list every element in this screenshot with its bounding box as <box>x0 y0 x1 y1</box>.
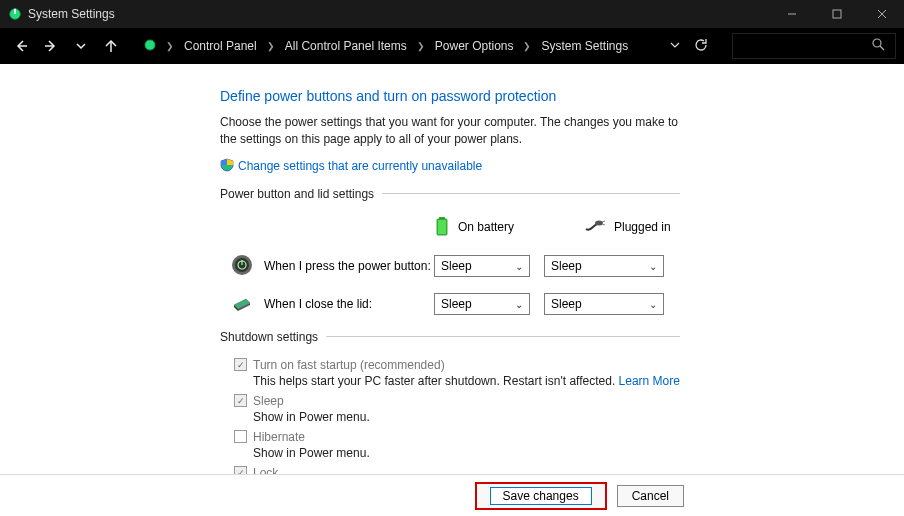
chevron-right-icon: ❯ <box>263 41 279 51</box>
breadcrumb-item[interactable]: All Control Panel Items <box>283 37 409 55</box>
lock-option: ✓Lock Show in account picture menu. <box>234 466 904 474</box>
app-icon <box>8 7 22 21</box>
plugged-in-label: Plugged in <box>614 220 671 234</box>
laptop-icon <box>230 293 254 316</box>
search-icon <box>872 38 885 54</box>
content-pane: Define power buttons and turn on passwor… <box>0 64 904 474</box>
svg-point-10 <box>873 39 881 47</box>
battery-icon <box>434 215 450 240</box>
cancel-button[interactable]: Cancel <box>617 485 684 507</box>
navbar: ❯ Control Panel ❯ All Control Panel Item… <box>0 28 904 64</box>
hibernate-desc: Show in Power menu. <box>234 446 904 460</box>
power-button-label: When I press the power button: <box>264 259 434 273</box>
shield-icon <box>220 158 234 175</box>
section-power-button-lid: Power button and lid settings <box>220 187 680 201</box>
save-changes-button[interactable]: Save changes <box>475 482 607 510</box>
close-lid-plugged-select[interactable]: Sleep⌄ <box>544 293 664 315</box>
breadcrumb-item[interactable]: Power Options <box>433 37 516 55</box>
power-button-battery-select[interactable]: Sleep⌄ <box>434 255 530 277</box>
fast-startup-desc: This helps start your PC faster after sh… <box>234 374 904 388</box>
hibernate-option: Hibernate Show in Power menu. <box>234 430 904 460</box>
chevron-right-icon: ❯ <box>519 41 535 51</box>
svg-line-11 <box>880 46 884 50</box>
close-lid-label: When I close the lid: <box>264 297 434 311</box>
learn-more-link[interactable]: Learn More <box>619 374 680 388</box>
power-icon <box>231 254 253 279</box>
fast-startup-option: ✓Turn on fast startup (recommended) This… <box>234 358 904 388</box>
chevron-down-icon: ⌄ <box>649 299 657 310</box>
close-button[interactable] <box>859 0 904 28</box>
chevron-down-icon: ⌄ <box>515 261 523 272</box>
page-title: Define power buttons and turn on passwor… <box>220 88 904 104</box>
power-button-plugged-select[interactable]: Sleep⌄ <box>544 255 664 277</box>
lock-checkbox[interactable]: ✓ <box>234 466 247 474</box>
column-headers: On battery Plugged in <box>220 215 904 240</box>
chevron-down-icon[interactable] <box>670 39 680 53</box>
page-description: Choose the power settings that you want … <box>220 114 680 148</box>
footer: Save changes Cancel <box>0 474 904 516</box>
svg-rect-14 <box>438 220 446 234</box>
search-input[interactable] <box>732 33 896 59</box>
minimize-button[interactable] <box>769 0 814 28</box>
sleep-desc: Show in Power menu. <box>234 410 904 424</box>
titlebar: System Settings <box>0 0 904 28</box>
sleep-option: ✓Sleep Show in Power menu. <box>234 394 904 424</box>
refresh-button[interactable] <box>694 38 708 55</box>
maximize-button[interactable] <box>814 0 859 28</box>
chevron-down-icon: ⌄ <box>515 299 523 310</box>
svg-point-15 <box>595 220 603 225</box>
svg-rect-1 <box>14 9 16 14</box>
svg-line-16 <box>602 221 605 222</box>
svg-rect-3 <box>833 10 841 18</box>
breadcrumb-item[interactable]: System Settings <box>539 37 630 55</box>
on-battery-label: On battery <box>458 220 514 234</box>
recent-dropdown[interactable] <box>68 32 94 60</box>
change-settings-link[interactable]: Change settings that are currently unava… <box>238 159 482 173</box>
svg-point-9 <box>145 40 155 50</box>
chevron-right-icon: ❯ <box>413 41 429 51</box>
address-icon <box>142 37 158 56</box>
chevron-right-icon: ❯ <box>162 41 178 51</box>
svg-line-17 <box>602 224 605 225</box>
back-button[interactable] <box>8 32 34 60</box>
sleep-checkbox[interactable]: ✓ <box>234 394 247 407</box>
address-bar[interactable]: ❯ Control Panel ❯ All Control Panel Item… <box>134 33 722 59</box>
forward-button[interactable] <box>38 32 64 60</box>
fast-startup-checkbox[interactable]: ✓ <box>234 358 247 371</box>
section-shutdown: Shutdown settings <box>220 330 680 344</box>
hibernate-checkbox[interactable] <box>234 430 247 443</box>
power-button-row: When I press the power button: Sleep⌄ Sl… <box>220 254 904 279</box>
up-button[interactable] <box>98 32 124 60</box>
close-lid-battery-select[interactable]: Sleep⌄ <box>434 293 530 315</box>
window-title: System Settings <box>28 7 115 21</box>
breadcrumb-item[interactable]: Control Panel <box>182 37 259 55</box>
window-controls <box>769 0 904 28</box>
chevron-down-icon: ⌄ <box>649 261 657 272</box>
plug-icon <box>584 219 606 236</box>
close-lid-row: When I close the lid: Sleep⌄ Sleep⌄ <box>220 293 904 316</box>
